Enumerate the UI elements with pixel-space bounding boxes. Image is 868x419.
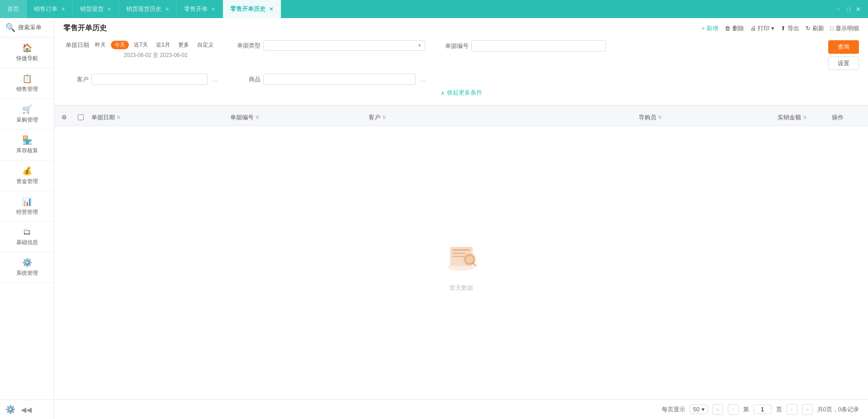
sidebar-item-search[interactable]: 🔍 搜索采单: [0, 18, 54, 38]
yesterday-btn[interactable]: 昨天: [92, 40, 109, 50]
refresh-button[interactable]: ↻ 刷新: [806, 24, 824, 33]
per-page-select[interactable]: 50 ▾: [690, 405, 707, 414]
amount-sort-icon: ⇅: [803, 115, 806, 120]
query-area: 单据日期 昨天 今天 近7天 近1月 更多 自定义 2023-06-: [63, 38, 859, 105]
tab-home[interactable]: 首页: [0, 0, 27, 18]
last-page-btn[interactable]: »: [802, 404, 813, 415]
sidebar-item-system[interactable]: ⚙️ 系统管理: [0, 252, 54, 283]
display-detail-button[interactable]: □ 显示明细: [830, 24, 859, 33]
close-btn[interactable]: ✕: [856, 6, 861, 13]
th-checkbox[interactable]: [74, 114, 88, 120]
query-button[interactable]: 查询: [828, 40, 859, 54]
custom-btn[interactable]: 自定义: [194, 40, 217, 50]
maximize-btn[interactable]: □: [847, 6, 850, 13]
sidebar-item-finance[interactable]: 💰 资金管理: [0, 160, 54, 191]
delete-btn-label: 🗑 删除: [725, 24, 744, 33]
type-select[interactable]: ▾: [263, 40, 425, 51]
sidebar-item-inventory[interactable]: 🏪 库存核算: [0, 130, 54, 160]
sidebar-item-purchase-mgmt[interactable]: 🛒 采购管理: [0, 99, 54, 130]
tab-sales-return-history-label: 销货退货历史: [126, 5, 161, 13]
query-action-btns: 查询 设置: [828, 40, 859, 70]
num-input[interactable]: [471, 40, 606, 52]
th-guide[interactable]: 导购员 ⇅: [635, 113, 774, 122]
query-row-2: 客户 ... 商品 ...: [63, 72, 859, 87]
sidebar-quick-nav-label: 快捷导航: [16, 55, 38, 62]
th-amount-label: 实销金额: [778, 113, 801, 122]
th-amount[interactable]: 实销金额 ⇅: [774, 113, 828, 122]
print-button[interactable]: 🖨 打印 ▾: [750, 24, 775, 33]
customer-input[interactable]: [91, 74, 208, 85]
tab-sales-order-close[interactable]: ✕: [61, 6, 65, 12]
window-controls: － □ ✕: [835, 5, 868, 13]
basic-info-icon: 🗂: [23, 227, 31, 237]
date-sort-icon: ⇅: [117, 115, 120, 120]
tab-sales-return-label: 销货退货: [80, 5, 104, 13]
th-num[interactable]: 单据编号 ⇅: [227, 113, 365, 122]
first-page-icon: «: [716, 406, 719, 413]
tab-retail-open[interactable]: 零售开单 ✕: [177, 0, 223, 18]
table-container: ⚙ 单据日期 ⇅ 单据编号 ⇅ 客户 ⇅ 导购员 ⇅: [54, 109, 868, 399]
sidebar-settings-btn[interactable]: ⚙️: [5, 405, 15, 414]
tab-sales-return-history-close[interactable]: ✕: [165, 6, 169, 12]
th-customer[interactable]: 客户 ⇅: [365, 113, 635, 122]
collapse-button[interactable]: ∧ 收起更多条件: [441, 89, 482, 97]
collapse-up-icon: ∧: [441, 89, 445, 96]
tab-sales-order[interactable]: 销售订单 ✕: [27, 0, 73, 18]
sales-icon: 📋: [22, 74, 32, 84]
tab-retail-open-history[interactable]: 零售开单历史 ✕: [223, 0, 281, 18]
total-info: 共0页，0条记录: [817, 405, 859, 414]
th-settings[interactable]: ⚙: [58, 114, 74, 121]
num-field: 单据编号: [443, 40, 606, 52]
add-button[interactable]: + 新增: [702, 24, 718, 33]
goods-input[interactable]: [263, 74, 416, 85]
sidebar-item-sales-mgmt[interactable]: 📋 销售管理: [0, 68, 54, 99]
prev-page-icon: ‹: [732, 406, 734, 413]
sidebar-bottom: ⚙️ ◀◀: [0, 400, 54, 419]
tab-retail-open-close[interactable]: ✕: [211, 6, 215, 12]
last-page-icon: »: [806, 406, 809, 413]
collapse-bar: ∧ 收起更多条件: [63, 87, 859, 100]
last1month-btn[interactable]: 近1月: [153, 40, 173, 50]
tab-sales-return-close[interactable]: ✕: [107, 6, 111, 12]
date-range: 2023-06-02 至 2023-06-02: [123, 52, 187, 58]
th-date[interactable]: 单据日期 ⇅: [88, 113, 227, 122]
top-tabbar: 首页 销售订单 ✕ 销货退货 ✕ 销货退货历史 ✕ 零售开单 ✕ 零售开单历史 …: [0, 0, 868, 18]
svg-rect-2: [452, 249, 470, 251]
collapse-label: 收起更多条件: [447, 89, 482, 97]
next-page-btn[interactable]: ›: [787, 404, 797, 415]
purchase-icon: 🛒: [22, 104, 32, 114]
date-filter: 昨天 今天 近7天 近1月 更多 自定义: [92, 40, 216, 50]
page-number-input[interactable]: [754, 405, 772, 414]
num-label: 单据编号: [443, 42, 469, 50]
sidebar-basic-info-label: 基础信息: [16, 239, 38, 246]
export-button[interactable]: ⬆ 导出: [781, 24, 799, 33]
first-page-btn[interactable]: «: [712, 404, 723, 415]
sidebar-item-operations[interactable]: 📊 经营管理: [0, 191, 54, 222]
customer-sort-icon: ⇅: [382, 115, 386, 120]
th-action: 操作: [828, 113, 864, 122]
settings-button[interactable]: 设置: [828, 56, 859, 70]
tab-sales-return[interactable]: 销货退货 ✕: [73, 0, 119, 18]
next-page-icon: ›: [791, 406, 792, 413]
sidebar-item-quick-nav[interactable]: 🏠 快捷导航: [0, 38, 54, 68]
today-btn[interactable]: 今天: [111, 41, 129, 49]
sidebar-finance-label: 资金管理: [16, 178, 38, 185]
tab-retail-open-history-close[interactable]: ✕: [269, 6, 273, 12]
goods-ellipsis-btn[interactable]: ...: [420, 76, 425, 83]
prev-page-btn[interactable]: ‹: [728, 404, 739, 415]
more-btn[interactable]: 更多: [175, 40, 192, 50]
sidebar-collapse-btn[interactable]: ◀◀: [21, 405, 32, 414]
inventory-icon: 🏪: [22, 135, 32, 145]
customer-ellipsis-btn[interactable]: ...: [212, 76, 217, 83]
sidebar-item-basic-info[interactable]: 🗂 基础信息: [0, 222, 54, 252]
tab-sales-return-history[interactable]: 销货退货历史 ✕: [119, 0, 177, 18]
page-header: 零售开单历史 + 新增 🗑 删除 🖨 打印 ▾ ⬆ 导出: [54, 18, 868, 105]
th-customer-label: 客户: [369, 113, 380, 122]
last7days-btn[interactable]: 近7天: [131, 40, 151, 50]
type-field: 单据类型 ▾: [235, 40, 425, 51]
minimize-btn[interactable]: －: [835, 5, 841, 13]
tab-retail-open-history-label: 零售开单历史: [230, 5, 266, 13]
page-title-bar: 零售开单历史 + 新增 🗑 删除 🖨 打印 ▾ ⬆ 导出: [63, 24, 859, 33]
select-all-checkbox[interactable]: [78, 114, 84, 120]
delete-button[interactable]: 🗑 删除: [725, 24, 744, 33]
